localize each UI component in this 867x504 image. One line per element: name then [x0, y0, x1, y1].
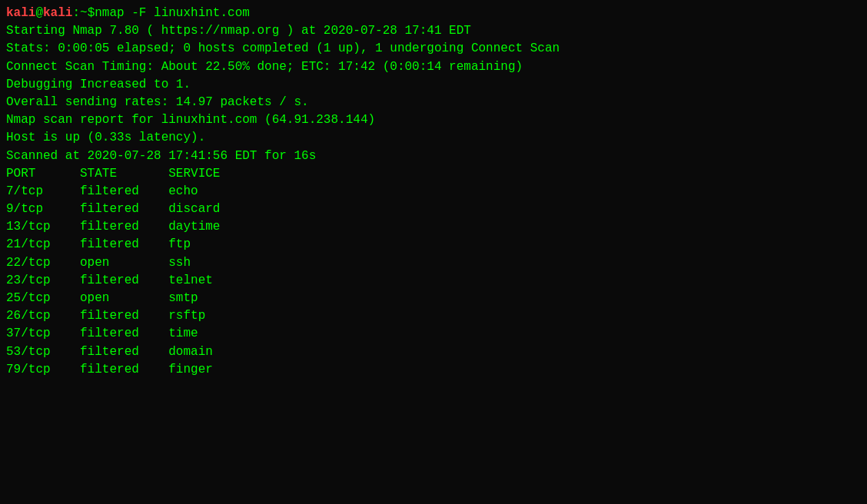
- terminal-line: 37/tcp filtered time: [6, 325, 861, 343]
- prompt-at: @: [35, 5, 43, 22]
- terminal-line: 7/tcp filtered echo: [6, 183, 861, 201]
- terminal-line: 53/tcp filtered domain: [6, 343, 861, 361]
- terminal-line: 22/tcp open ssh: [6, 254, 861, 272]
- terminal-line: 23/tcp filtered telnet: [6, 272, 861, 290]
- terminal-line: Scanned at 2020-07-28 17:41:56 EDT for 1…: [6, 148, 861, 165]
- terminal-output: Starting Nmap 7.80 ( https://nmap.org ) …: [6, 22, 861, 379]
- prompt-path: :~$: [72, 5, 95, 22]
- prompt-line: kali@kali:~$ nmap -F linuxhint.com: [6, 5, 861, 22]
- terminal-line: Overall sending rates: 14.97 packets / s…: [6, 94, 861, 111]
- terminal-line: 9/tcp filtered discard: [6, 201, 861, 218]
- terminal-line: 21/tcp filtered ftp: [6, 236, 861, 254]
- terminal-line: Nmap scan report for linuxhint.com (64.9…: [6, 111, 861, 129]
- prompt-user: kali: [6, 5, 35, 22]
- terminal-line: PORT STATE SERVICE: [6, 165, 861, 183]
- prompt-command: nmap -F linuxhint.com: [95, 5, 250, 22]
- terminal-line: 13/tcp filtered daytime: [6, 218, 861, 236]
- terminal-line: Stats: 0:00:05 elapsed; 0 hosts complete…: [6, 40, 861, 58]
- terminal-line: Debugging Increased to 1.: [6, 76, 861, 94]
- terminal-line: Host is up (0.33s latency).: [6, 129, 861, 147]
- terminal-window: kali@kali:~$ nmap -F linuxhint.com Start…: [0, 0, 867, 504]
- terminal-line: Connect Scan Timing: About 22.50% done; …: [6, 58, 861, 76]
- terminal-line: 26/tcp filtered rsftp: [6, 307, 861, 325]
- terminal-line: 25/tcp open smtp: [6, 290, 861, 307]
- terminal-line: Starting Nmap 7.80 ( https://nmap.org ) …: [6, 22, 861, 40]
- terminal-line: 79/tcp filtered finger: [6, 361, 861, 379]
- prompt-host: kali: [43, 5, 72, 22]
